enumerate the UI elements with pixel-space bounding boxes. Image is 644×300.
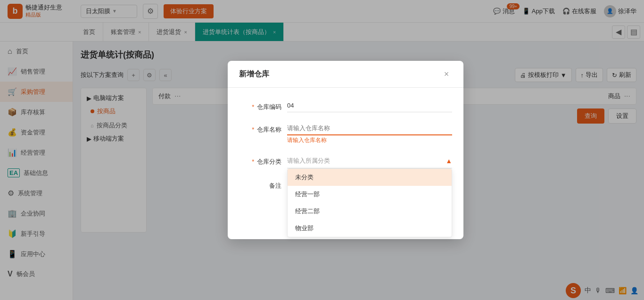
warehouse-category-label: * 仓库分类 [239,154,281,166]
dropdown-item-dept1[interactable]: 经营一部 [288,186,452,203]
dropdown-item-dept2[interactable]: 经营二部 [288,203,452,220]
warehouse-name-field: 请输入仓库名称 [287,122,452,144]
warehouse-code-field [287,99,452,112]
warehouse-note-label: 备注 [239,178,281,190]
warehouse-name-input[interactable] [287,122,452,135]
dropdown-item-property[interactable]: 物业部 [288,220,452,237]
warehouse-name-label: * 仓库名称 [239,122,281,134]
warehouse-code-input[interactable] [287,99,452,112]
modal-close-button[interactable]: × [441,68,452,80]
warehouse-category-select[interactable]: 请输入所属分类 ▲ [287,154,452,168]
category-dropdown: 未分类 经营一部 经营二部 物业部 [287,168,452,237]
warehouse-category-field[interactable]: 请输入所属分类 ▲ 未分类 经营一部 经营二部 物业部 [287,154,452,168]
warehouse-code-label: * 仓库编码 [239,99,281,111]
dropdown-item-uncategorized[interactable]: 未分类 [288,169,452,186]
warehouse-category-row: * 仓库分类 请输入所属分类 ▲ 未分类 经营一部 经营二部 物业部 [239,154,452,168]
modal-body: * 仓库编码 * 仓库名称 请输入仓库名称 * 仓库分类 [228,88,463,208]
modal-title: 新增仓库 [239,69,269,79]
add-warehouse-modal: 新增仓库 × * 仓库编码 * 仓库名称 请输入仓库名称 [228,61,463,239]
warehouse-code-row: * 仓库编码 [239,99,452,112]
category-placeholder: 请输入所属分类 [287,157,330,165]
chevron-up-icon: ▲ [446,157,452,165]
modal-header: 新增仓库 × [228,61,463,88]
warehouse-name-row: * 仓库名称 请输入仓库名称 [239,122,452,144]
warehouse-name-error: 请输入仓库名称 [287,136,452,144]
